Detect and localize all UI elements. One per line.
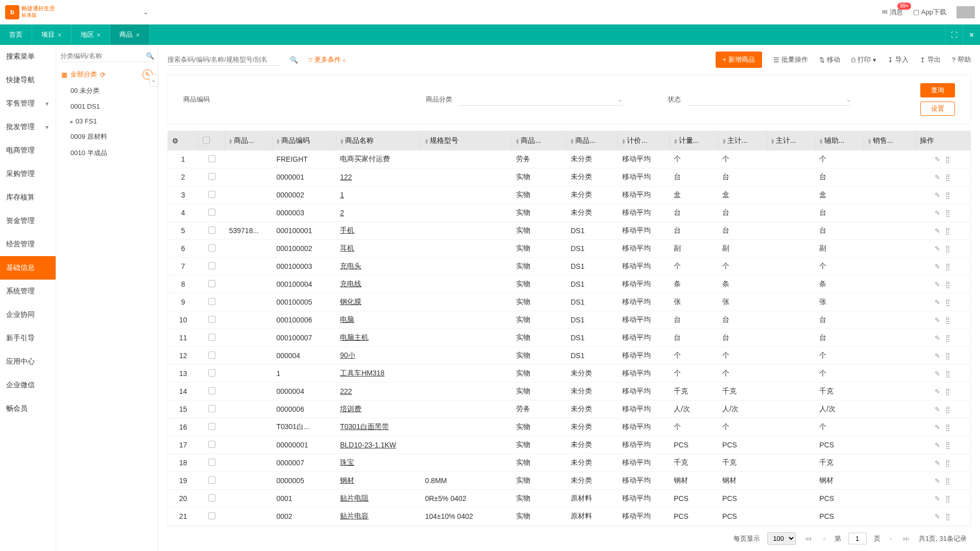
category-item[interactable]: 03 FS1: [67, 114, 155, 129]
last-page-button[interactable]: ⏭: [901, 535, 912, 542]
row-checkbox[interactable]: [198, 454, 225, 472]
more-icon[interactable]: ⣿: [945, 209, 950, 217]
column-header[interactable]: ▴▾商品...: [225, 131, 273, 151]
tab-项目[interactable]: 项目×: [32, 24, 71, 45]
product-name-link[interactable]: 耳机: [340, 244, 354, 252]
column-header[interactable]: ▴▾辅助...: [815, 131, 864, 151]
collapse-panel-button[interactable]: «: [149, 74, 158, 87]
more-icon[interactable]: ⣿: [945, 513, 950, 520]
edit-icon[interactable]: ✎: [935, 281, 940, 288]
edit-icon[interactable]: ✎: [935, 477, 940, 485]
column-header[interactable]: ▴▾主计...: [767, 131, 815, 151]
row-checkbox[interactable]: [198, 151, 225, 168]
search-icon[interactable]: 🔍: [146, 52, 154, 60]
product-name-link[interactable]: 手机: [340, 226, 354, 234]
tab-商品[interactable]: 商品×: [110, 24, 150, 45]
sidebar-item[interactable]: 资金管理: [0, 209, 56, 233]
row-checkbox[interactable]: [198, 258, 225, 276]
more-icon[interactable]: ⣿: [945, 406, 950, 413]
sidebar-item[interactable]: 零售管理▼: [0, 92, 56, 115]
product-name-link[interactable]: 电脑: [340, 315, 354, 323]
fullscreen-button[interactable]: ⛶: [945, 24, 963, 45]
sidebar-item[interactable]: 系统管理: [0, 280, 56, 303]
product-name-link[interactable]: 2: [340, 209, 344, 217]
more-icon[interactable]: ⣿: [945, 334, 950, 342]
sidebar-item[interactable]: 批发管理▼: [0, 115, 56, 139]
sidebar-item[interactable]: 搜索菜单: [0, 45, 56, 68]
column-header[interactable]: ▴▾计价...: [618, 131, 670, 151]
settings-button[interactable]: 设置: [920, 102, 955, 116]
close-icon[interactable]: ×: [136, 31, 140, 39]
more-icon[interactable]: ⣿: [945, 173, 950, 181]
row-checkbox[interactable]: [198, 168, 225, 186]
edit-icon[interactable]: ✎: [935, 316, 940, 324]
column-header[interactable]: ▴▾商品...: [567, 131, 618, 151]
avatar[interactable]: [957, 6, 975, 18]
row-checkbox[interactable]: [198, 186, 225, 204]
product-name-link[interactable]: 122: [340, 173, 352, 181]
edit-icon[interactable]: ✎: [935, 156, 940, 163]
edit-icon[interactable]: ✎: [935, 459, 940, 467]
edit-icon[interactable]: ✎: [935, 209, 940, 217]
more-icon[interactable]: ⣿: [945, 156, 950, 163]
product-name-link[interactable]: 钢化膜: [340, 297, 361, 306]
product-name-link[interactable]: 培训费: [340, 405, 361, 413]
product-search-input[interactable]: [167, 54, 280, 66]
product-name-link[interactable]: 充电头: [340, 262, 361, 270]
edit-icon[interactable]: ✎: [935, 441, 940, 449]
product-name-link[interactable]: 充电线: [340, 280, 361, 288]
page-input[interactable]: [848, 533, 867, 544]
row-checkbox[interactable]: [198, 436, 225, 454]
sidebar-item[interactable]: 畅会员: [0, 397, 56, 420]
product-table-wrap[interactable]: ⚙▴▾商品...▴▾商品编码▴▾商品名称▴▾规格型号▴▾商品...▴▾商品...…: [167, 131, 971, 527]
row-checkbox[interactable]: [198, 418, 225, 436]
row-checkbox[interactable]: [198, 293, 225, 311]
sidebar-item[interactable]: 企业微信: [0, 373, 56, 397]
edit-icon[interactable]: ✎: [935, 334, 940, 342]
sidebar-item[interactable]: 新手引导: [0, 327, 56, 350]
sidebar-item[interactable]: 经营管理: [0, 233, 56, 256]
column-header[interactable]: 操作: [915, 131, 970, 151]
add-product-button[interactable]: + 新增商品: [716, 52, 762, 68]
product-name-link[interactable]: 222: [340, 387, 352, 395]
column-header[interactable]: ▴▾计量...: [670, 131, 718, 151]
more-icon[interactable]: ⣿: [945, 495, 950, 503]
row-checkbox[interactable]: [198, 490, 225, 508]
row-checkbox[interactable]: [198, 472, 225, 490]
product-name-link[interactable]: 工具车HM318: [340, 369, 384, 377]
export-link[interactable]: ↥导出: [920, 55, 941, 64]
column-header[interactable]: ▴▾规格型号: [421, 131, 512, 151]
column-header[interactable]: ▴▾主计...: [718, 131, 767, 151]
edit-icon[interactable]: ✎: [935, 495, 940, 503]
app-download-link[interactable]: ▢ App下载: [913, 8, 946, 17]
search-icon[interactable]: 🔍: [290, 56, 298, 64]
column-header[interactable]: ▴▾销售...: [864, 131, 915, 151]
sidebar-item[interactable]: 应用中心: [0, 350, 56, 373]
row-checkbox[interactable]: [198, 311, 225, 329]
more-icon[interactable]: ⣿: [945, 441, 950, 449]
category-item[interactable]: 0010 半成品: [67, 145, 155, 161]
product-name-link[interactable]: 90小: [340, 351, 355, 359]
sidebar-item[interactable]: 快捷导航: [0, 68, 56, 92]
product-name-link[interactable]: 钢材: [340, 476, 354, 484]
more-icon[interactable]: ⣿: [945, 281, 950, 288]
category-search-input[interactable]: [60, 52, 146, 60]
query-button[interactable]: 查询: [920, 83, 955, 97]
edit-icon[interactable]: ✎: [935, 513, 940, 520]
row-checkbox[interactable]: [198, 400, 225, 418]
more-icon[interactable]: ⣿: [945, 263, 950, 270]
next-page-button[interactable]: ›: [888, 535, 894, 542]
move-link[interactable]: ⇅移动: [819, 55, 840, 64]
print-link[interactable]: ⎙打印 ▾: [851, 55, 876, 64]
tab-地区[interactable]: 地区×: [71, 24, 111, 45]
select-all[interactable]: [198, 131, 225, 151]
sidebar-item[interactable]: 基础信息: [0, 256, 56, 280]
close-icon[interactable]: ×: [97, 31, 101, 39]
sidebar-item[interactable]: 电商管理: [0, 139, 56, 162]
more-icon[interactable]: ⣿: [945, 191, 950, 199]
edit-icon[interactable]: ✎: [935, 227, 940, 235]
edit-icon[interactable]: ✎: [935, 388, 940, 395]
edit-icon[interactable]: ✎: [935, 423, 940, 431]
close-icon[interactable]: ×: [58, 31, 62, 39]
product-name-link[interactable]: 珠宝: [340, 458, 354, 466]
